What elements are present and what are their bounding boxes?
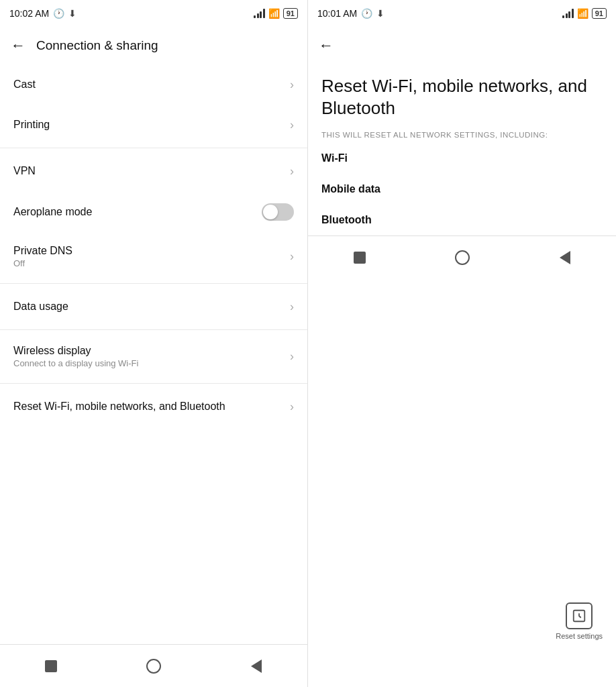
right-signal-icon (562, 9, 574, 18)
reset-item-wifi: Wi-Fi (308, 143, 616, 174)
menu-item-data-usage[interactable]: Data usage › (0, 286, 307, 327)
vpn-chevron: › (290, 164, 294, 178)
left-back-icon (251, 659, 262, 673)
reset-settings-icon (566, 602, 593, 629)
left-home-icon (146, 659, 161, 674)
left-status-time: 10:02 AM (9, 8, 49, 19)
right-back-button[interactable]: ← (319, 37, 333, 54)
left-panel: 10:02 AM 🕐 ⬇ 📶 91 ← Connection & sharing… (0, 0, 308, 687)
divider-4 (0, 383, 307, 384)
right-nav-recents[interactable] (346, 244, 373, 271)
wireless-display-subtitle: Connect to a display using Wi-Fi (13, 358, 138, 368)
left-status-left: 10:02 AM 🕐 ⬇ (9, 8, 76, 19)
data-usage-chevron: › (290, 300, 294, 314)
right-reset-subtitle: THIS WILL RESET ALL NETWORK SETTINGS, IN… (308, 124, 616, 143)
right-alarm-icon: 🕐 (361, 8, 372, 19)
left-status-bar: 10:02 AM 🕐 ⬇ 📶 91 (0, 0, 307, 27)
right-top-bar: ← (308, 27, 616, 64)
private-dns-subtitle: Off (13, 258, 72, 268)
wireless-display-chevron: › (290, 350, 294, 364)
left-nav-back[interactable] (243, 653, 270, 680)
data-usage-title: Data usage (13, 301, 68, 313)
menu-item-aeroplane[interactable]: Aeroplane mode (0, 191, 307, 233)
printing-chevron: › (290, 118, 294, 132)
left-top-bar: ← Connection & sharing (0, 27, 307, 64)
left-alarm-icon: 🕐 (53, 8, 64, 19)
right-home-icon (455, 250, 470, 265)
left-page-title: Connection & sharing (36, 38, 158, 53)
left-status-right: 📶 91 (254, 8, 298, 19)
left-bottom-nav (0, 644, 307, 687)
menu-item-printing[interactable]: Printing › (0, 105, 307, 145)
divider-1 (0, 148, 307, 148)
left-back-button[interactable]: ← (11, 37, 25, 54)
toggle-knob (263, 205, 278, 219)
menu-item-wireless-display[interactable]: Wireless display Connect to a display us… (0, 333, 307, 380)
left-menu-list: Cast › Printing › VPN › Aeroplane mode (0, 64, 307, 644)
reset-wifi-chevron: › (290, 400, 294, 414)
right-status-bar: 10:01 AM 🕐 ⬇ 📶 91 (308, 0, 616, 27)
printing-title: Printing (13, 119, 50, 131)
left-wifi-icon: 📶 (268, 8, 280, 19)
wireless-display-title: Wireless display (13, 345, 138, 357)
divider-3 (0, 329, 307, 330)
aeroplane-toggle[interactable] (262, 203, 294, 221)
left-nav-home[interactable] (140, 653, 167, 680)
right-wifi-icon: 📶 (577, 8, 588, 19)
right-battery: 91 (592, 8, 607, 19)
reset-settings-button[interactable]: Reset settings (556, 602, 603, 640)
divider-2 (0, 283, 307, 284)
menu-item-reset-wifi[interactable]: Reset Wi-Fi, mobile networks, and Blueto… (0, 386, 307, 427)
right-status-left: 10:01 AM 🕐 ⬇ (317, 8, 384, 19)
left-signal-icon (254, 9, 265, 18)
menu-item-cast[interactable]: Cast › (0, 64, 307, 105)
right-recents-icon (354, 252, 366, 264)
right-nav-home[interactable] (449, 244, 476, 271)
right-page-title-area: Reset Wi-Fi, mobile networks, and Blueto… (308, 64, 616, 124)
right-bottom-nav (308, 235, 616, 278)
left-nav-recents[interactable] (38, 653, 64, 680)
menu-item-private-dns[interactable]: Private DNS Off › (0, 233, 307, 280)
right-download-icon: ⬇ (376, 8, 384, 19)
left-battery: 91 (283, 8, 298, 19)
cast-chevron: › (290, 78, 294, 92)
left-download-icon: ⬇ (68, 8, 76, 19)
reset-item-bluetooth: Bluetooth (308, 205, 616, 235)
reset-settings-label: Reset settings (556, 632, 603, 640)
right-back-icon (560, 251, 570, 264)
right-panel: 10:01 AM 🕐 ⬇ 📶 91 ← Reset Wi-Fi, mobile … (308, 0, 616, 687)
vpn-title: VPN (13, 165, 36, 177)
right-status-time: 10:01 AM (317, 8, 357, 19)
reset-wifi-title: Reset Wi-Fi, mobile networks, and Blueto… (13, 401, 225, 413)
menu-item-vpn[interactable]: VPN › (0, 151, 307, 191)
reset-item-mobile-data: Mobile data (308, 174, 616, 205)
private-dns-chevron: › (290, 250, 294, 264)
right-page-heading: Reset Wi-Fi, mobile networks, and Blueto… (321, 75, 603, 119)
left-recents-icon (45, 660, 57, 672)
right-nav-back[interactable] (552, 244, 578, 271)
aeroplane-title: Aeroplane mode (13, 206, 92, 218)
private-dns-title: Private DNS (13, 245, 72, 257)
right-status-right: 📶 91 (562, 8, 607, 19)
cast-title: Cast (13, 78, 36, 91)
